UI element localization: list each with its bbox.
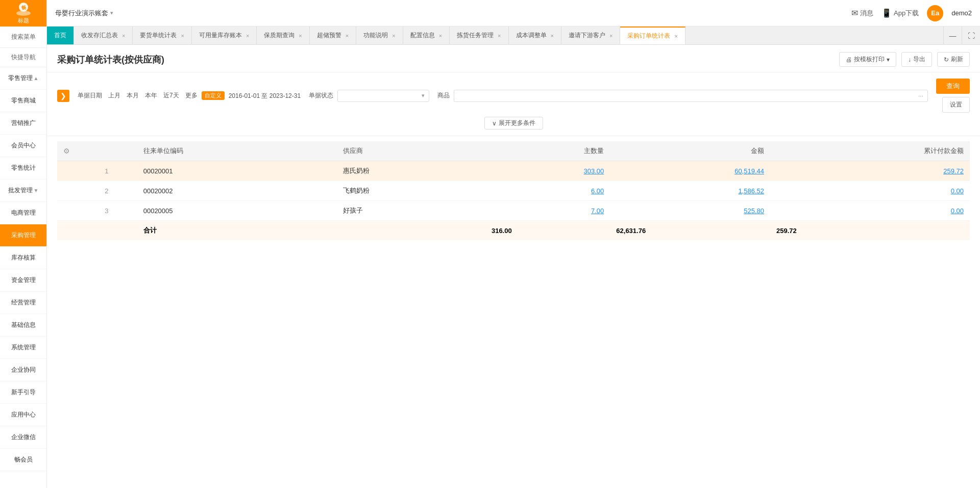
logo-icon: 畅 bbox=[14, 2, 33, 16]
tab-cost-adjust-close[interactable]: × bbox=[551, 33, 554, 39]
row-paid-amount[interactable]: 0.00 bbox=[770, 181, 970, 201]
col-header-amount: 金额 bbox=[610, 141, 770, 161]
sidebar-item-ecommerce[interactable]: 电商管理 bbox=[0, 202, 46, 224]
sidebar-item-inventory-label: 库存核算 bbox=[11, 253, 36, 262]
tab-pick-task[interactable]: 拣货任务管理 × bbox=[450, 27, 508, 45]
table-row: 2 00020002 飞鹤奶粉 6.00 1,586.52 0.00 bbox=[57, 181, 970, 201]
sidebar-item-inventory[interactable]: 库存核算 bbox=[0, 247, 46, 269]
avatar[interactable]: Ea bbox=[927, 5, 943, 21]
row-amount[interactable]: 60,519.44 bbox=[610, 161, 770, 181]
tab-pick-task-close[interactable]: × bbox=[498, 33, 501, 39]
tab-cost-adjust[interactable]: 成本调整单 × bbox=[509, 27, 561, 45]
tab-shelf-query[interactable]: 保质期查询 × bbox=[257, 27, 309, 45]
expand-more-button[interactable]: ∨ 展开更多条件 bbox=[484, 117, 543, 130]
sidebar-item-wechat[interactable]: 企业微信 bbox=[0, 426, 46, 449]
tab-invite-downstream[interactable]: 邀请下游客户 × bbox=[561, 27, 620, 45]
sidebar-item-system[interactable]: 系统管理 bbox=[0, 337, 46, 359]
tab-collect-summary-close[interactable]: × bbox=[122, 33, 125, 39]
filter-product-more-icon[interactable]: ··· bbox=[918, 92, 923, 99]
tab-overstock-warning-close[interactable]: × bbox=[346, 33, 349, 39]
tab-order-summary-close[interactable]: × bbox=[181, 33, 184, 39]
filter-status-dropdown-arrow[interactable]: ▾ bbox=[422, 92, 425, 99]
tab-overstock-warning[interactable]: 超储预警 × bbox=[310, 27, 356, 45]
sidebar-item-newguide[interactable]: 新手引导 bbox=[0, 381, 46, 404]
row-supplier: 好孩子 bbox=[337, 201, 485, 221]
sidebar-quick-nav-label[interactable]: 快捷导航 bbox=[3, 51, 43, 64]
message-button[interactable]: ✉ 消息 bbox=[851, 8, 873, 18]
user-name[interactable]: demo2 bbox=[951, 9, 972, 17]
sidebar-item-vip[interactable]: 畅会员 bbox=[0, 449, 46, 471]
tab-function-desc[interactable]: 功能说明 × bbox=[356, 27, 403, 45]
sidebar-item-retail-stat-label: 零售统计 bbox=[11, 164, 36, 172]
sidebar-item-retail-shop[interactable]: 零售商城 bbox=[0, 90, 46, 112]
tab-function-desc-close[interactable]: × bbox=[392, 33, 395, 39]
filter-toggle-button[interactable]: ❯ bbox=[57, 90, 69, 102]
sidebar-item-operations[interactable]: 经营管理 bbox=[0, 292, 46, 314]
row-amount[interactable]: 1,586.52 bbox=[610, 181, 770, 201]
tab-invite-downstream-close[interactable]: × bbox=[609, 33, 612, 39]
filter-shortcut-this-year[interactable]: 本年 bbox=[143, 90, 159, 101]
export-button[interactable]: ↓ 导出 bbox=[901, 52, 932, 67]
app-download-button[interactable]: 📱 App下载 bbox=[881, 8, 919, 18]
tab-available-inventory-close[interactable]: × bbox=[246, 33, 249, 39]
tab-home[interactable]: 首页 bbox=[47, 27, 74, 45]
sidebar-item-appcenter[interactable]: 应用中心 bbox=[0, 404, 46, 426]
workspace-selector[interactable]: 母婴行业演示账套 ▾ bbox=[55, 9, 113, 18]
row-settings-cell bbox=[57, 161, 76, 181]
tab-collect-summary-label: 收发存汇总表 bbox=[81, 31, 118, 40]
topbar: 母婴行业演示账套 ▾ ✉ 消息 📱 App下载 Ea demo2 bbox=[47, 0, 980, 27]
filter-shortcut-this-month[interactable]: 本月 bbox=[125, 90, 141, 101]
filter-product-input[interactable] bbox=[458, 92, 918, 99]
tab-purchase-stat-close[interactable]: × bbox=[674, 33, 677, 39]
phone-icon: 📱 bbox=[881, 8, 892, 18]
tab-order-summary[interactable]: 要货单统计表 × bbox=[133, 27, 191, 45]
filter-shortcut-last-month[interactable]: 上月 bbox=[106, 90, 122, 101]
table-header: ⚙ 往来单位编码 供应商 主数量 金额 累计付款金额 bbox=[57, 141, 970, 161]
row-amount[interactable]: 525.80 bbox=[610, 201, 770, 221]
sidebar-item-enterprise[interactable]: 企业协同 bbox=[0, 359, 46, 381]
col-header-paid-amount: 累计付款金额 bbox=[770, 141, 970, 161]
row-qty[interactable]: 7.00 bbox=[485, 201, 610, 221]
filter-status-input[interactable] bbox=[342, 92, 422, 99]
sidebar-item-wholesale[interactable]: 批发管理 ▼ bbox=[0, 179, 46, 202]
tab-cost-adjust-label: 成本调整单 bbox=[516, 31, 547, 40]
sidebar-item-finance[interactable]: 资金管理 bbox=[0, 269, 46, 292]
row-paid-amount[interactable]: 259.72 bbox=[770, 161, 970, 181]
filter-product-input-wrap[interactable]: ··· bbox=[454, 90, 928, 102]
tab-shelf-query-label: 保质期查询 bbox=[264, 31, 295, 40]
expand-more-icon: ∨ bbox=[492, 120, 497, 127]
tab-shelf-query-close[interactable]: × bbox=[299, 33, 302, 39]
tab-purchase-stat[interactable]: 采购订单统计表 × bbox=[620, 27, 685, 45]
row-paid-amount[interactable]: 0.00 bbox=[770, 201, 970, 221]
sidebar-item-member[interactable]: 会员中心 bbox=[0, 135, 46, 157]
page-inner: 采购订单统计表(按供应商) 🖨 按模板打印 ▾ ↓ 导出 ↻ 刷新 bbox=[47, 45, 980, 488]
settings-button[interactable]: 设置 bbox=[942, 97, 970, 113]
svg-point-1 bbox=[16, 11, 31, 16]
sidebar-item-purchase[interactable]: 采购管理 bbox=[0, 224, 46, 247]
sidebar-search-label[interactable]: 搜索菜单 bbox=[3, 31, 43, 43]
sidebar-item-retail[interactable]: 零售管理 ▲ bbox=[0, 67, 46, 90]
tab-minimize-button[interactable]: — bbox=[943, 27, 962, 45]
tab-available-inventory[interactable]: 可用量库存账本 × bbox=[192, 27, 257, 45]
table-row: 3 00020005 好孩子 7.00 525.80 0.00 bbox=[57, 201, 970, 221]
col-header-settings: ⚙ bbox=[57, 141, 76, 161]
filter-shortcut-more[interactable]: 更多 bbox=[183, 90, 200, 101]
column-settings-icon[interactable]: ⚙ bbox=[63, 147, 70, 155]
filter-status-input-wrap[interactable]: ▾ bbox=[337, 90, 429, 102]
row-qty[interactable]: 6.00 bbox=[485, 181, 610, 201]
filter-custom-badge[interactable]: 自定义 bbox=[202, 91, 225, 100]
refresh-button[interactable]: ↻ 刷新 bbox=[937, 52, 970, 67]
tab-collect-summary[interactable]: 收发存汇总表 × bbox=[74, 27, 133, 45]
print-label: 按模板打印 bbox=[854, 55, 885, 64]
tab-config-info[interactable]: 配置信息 × bbox=[403, 27, 450, 45]
page-header-actions: 🖨 按模板打印 ▾ ↓ 导出 ↻ 刷新 bbox=[839, 52, 970, 67]
sidebar-item-basic-info[interactable]: 基础信息 bbox=[0, 314, 46, 337]
sidebar-item-retail-stat[interactable]: 零售统计 bbox=[0, 157, 46, 179]
query-button[interactable]: 查询 bbox=[936, 79, 970, 94]
filter-shortcut-7days[interactable]: 近7天 bbox=[161, 90, 181, 101]
row-qty[interactable]: 303.00 bbox=[485, 161, 610, 181]
sidebar-item-marketing[interactable]: 营销推广 bbox=[0, 112, 46, 135]
tab-maximize-button[interactable]: ⛶ bbox=[962, 27, 980, 45]
print-button[interactable]: 🖨 按模板打印 ▾ bbox=[839, 52, 896, 67]
tab-config-info-close[interactable]: × bbox=[439, 33, 442, 39]
